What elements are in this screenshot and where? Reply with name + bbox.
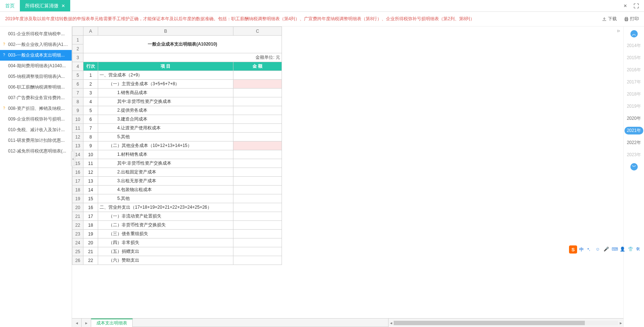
row-header[interactable]: 19 — [72, 194, 83, 203]
year-option-2015[interactable]: 2015年 — [625, 54, 643, 62]
row-header[interactable]: 21 — [72, 212, 83, 221]
close-icon[interactable]: ✕ — [61, 3, 65, 8]
amount-cell[interactable] — [233, 186, 282, 194]
sidebar-item-002[interactable]: ?002-一般企业收入明细表(A10... — [0, 39, 72, 50]
row-header[interactable]: 3 — [72, 53, 83, 62]
item-cell[interactable]: 3.建造合同成本 — [98, 115, 233, 124]
row-header[interactable]: 8 — [72, 97, 83, 106]
line-number-cell[interactable]: 18 — [83, 221, 98, 230]
amount-cell[interactable] — [233, 115, 282, 124]
amount-cell[interactable] — [233, 177, 282, 186]
line-number-cell[interactable]: 3 — [83, 89, 98, 97]
scroll-right-icon[interactable]: ▹ — [615, 27, 622, 34]
amount-cell[interactable] — [233, 221, 282, 230]
sidebar-item-005[interactable]: 005-纳税调整项目明细表(A... — [0, 71, 72, 82]
row-header[interactable]: 9 — [72, 106, 83, 115]
row-header[interactable]: 16 — [72, 168, 83, 177]
item-cell[interactable]: 1.材料销售成本 — [98, 150, 233, 159]
item-cell[interactable]: （六）赞助支出 — [98, 256, 233, 265]
year-option-2022[interactable]: 2022年 — [625, 139, 643, 147]
line-number-cell[interactable]: 20 — [83, 238, 98, 247]
line-number-cell[interactable]: 1 — [83, 71, 98, 80]
amount-cell[interactable] — [233, 159, 282, 168]
item-cell[interactable]: 3.出租无形资产成本 — [98, 177, 233, 186]
row-header[interactable]: 2 — [72, 44, 83, 53]
row-header[interactable]: 10 — [72, 115, 83, 124]
col-header-B[interactable]: B — [98, 27, 233, 36]
line-number-cell[interactable]: 4 — [83, 97, 98, 106]
print-button[interactable]: 打印 — [624, 16, 639, 22]
item-cell[interactable]: 1.销售商品成本 — [98, 89, 233, 97]
line-number-cell[interactable]: 14 — [83, 186, 98, 194]
item-cell[interactable]: 其中:非货币性资产交换成本 — [98, 97, 233, 106]
ime-emoji-icon[interactable]: ☺ — [595, 247, 601, 252]
sidebar-item-006[interactable]: 006-职工薪酬纳税调整明细... — [0, 82, 72, 93]
amount-cell[interactable] — [233, 89, 282, 97]
item-cell[interactable]: （三）债务重组损失 — [98, 230, 233, 238]
row-header[interactable]: 17 — [72, 177, 83, 186]
sidebar-item-003[interactable]: ?003-一般企业成本支出明细... — [0, 50, 72, 61]
year-option-2017[interactable]: 2017年 — [625, 78, 643, 86]
col-header-A[interactable]: A — [83, 27, 98, 36]
line-number-cell[interactable]: 17 — [83, 212, 98, 221]
item-cell[interactable]: 2.出租固定资产成本 — [98, 168, 233, 177]
amount-cell[interactable] — [233, 212, 282, 221]
sidebar-item-004[interactable]: 004-期间费用明细表(A1040... — [0, 61, 72, 71]
item-cell[interactable]: （四）非常损失 — [98, 238, 233, 247]
row-header[interactable]: 25 — [72, 247, 83, 256]
tab-tax-settlement[interactable]: 所得税汇算清缴 ✕ — [20, 0, 70, 11]
item-cell[interactable]: 5.其他 — [98, 133, 233, 141]
ime-keyboard-icon[interactable]: ⌨ — [612, 247, 618, 252]
amount-cell[interactable] — [233, 150, 282, 159]
sidebar-item-008[interactable]: ?008-资产折旧、摊销及纳税... — [0, 103, 72, 114]
sheet-nav-left-icon[interactable]: ◂ — [72, 319, 82, 327]
line-number-cell[interactable]: 12 — [83, 168, 98, 177]
row-header[interactable]: 23 — [72, 230, 83, 238]
amount-cell[interactable] — [233, 230, 282, 238]
row-header[interactable]: 13 — [72, 141, 83, 150]
amount-cell[interactable] — [233, 71, 282, 80]
item-cell[interactable]: 二、营业外支出（17+18+19+20+21+22+23+24+25+26） — [98, 203, 233, 212]
year-option-2021[interactable]: 2021年 — [625, 127, 643, 134]
amount-cell[interactable] — [233, 133, 282, 141]
ime-logo-icon[interactable]: S — [569, 245, 577, 254]
line-number-cell[interactable]: 16 — [83, 203, 98, 212]
amount-cell[interactable] — [233, 238, 282, 247]
sidebar-item-007[interactable]: 007-广告费和业务宣传费跨... — [0, 93, 72, 103]
ime-voice-icon[interactable]: 🎤 — [604, 247, 609, 252]
sidebar-item-012[interactable]: 012-减免所得税优惠明细表(... — [0, 146, 72, 157]
year-option-2018[interactable]: 2018年 — [625, 90, 643, 98]
line-number-cell[interactable]: 15 — [83, 194, 98, 203]
row-header[interactable]: 5 — [72, 71, 83, 80]
year-option-2016[interactable]: 2016年 — [625, 66, 643, 74]
close-window-icon[interactable]: ✕ — [623, 3, 629, 8]
line-number-cell[interactable]: 6 — [83, 115, 98, 124]
row-header[interactable]: 12 — [72, 133, 83, 141]
row-header[interactable]: 4 — [72, 62, 83, 71]
tab-home[interactable]: 首页 — [0, 0, 20, 11]
col-header-C[interactable]: C — [233, 27, 282, 36]
spreadsheet[interactable]: ABC1一般企业成本支出明细表(A102010)23金额单位: 元4行次项 目金… — [72, 26, 282, 265]
row-header[interactable]: 7 — [72, 89, 83, 97]
horizontal-scrollbar[interactable]: ◂ ▸ — [388, 319, 623, 327]
line-number-cell[interactable]: 21 — [83, 247, 98, 256]
row-header[interactable]: 20 — [72, 203, 83, 212]
ime-skin-icon[interactable]: 👕 — [628, 247, 634, 252]
sheet-tab-cost-detail[interactable]: 成本支出明细表 — [91, 319, 133, 327]
line-number-cell[interactable]: 19 — [83, 230, 98, 238]
amount-cell[interactable] — [233, 256, 282, 265]
line-number-cell[interactable]: 8 — [83, 133, 98, 141]
download-button[interactable]: 下载 — [602, 16, 617, 22]
row-header[interactable]: 6 — [72, 80, 83, 89]
item-cell[interactable]: （五）捐赠支出 — [98, 247, 233, 256]
item-cell[interactable]: 4.让渡资产使用权成本 — [98, 124, 233, 133]
year-scroll-up-icon[interactable]: ︽ — [630, 30, 638, 37]
row-header[interactable]: 26 — [72, 256, 83, 265]
row-header[interactable]: 18 — [72, 186, 83, 194]
year-scroll-down-icon[interactable]: ︾ — [630, 163, 638, 170]
item-cell[interactable]: 2.提供劳务成本 — [98, 106, 233, 115]
year-option-2019[interactable]: 2019年 — [625, 103, 643, 110]
amount-cell[interactable] — [233, 141, 282, 150]
year-option-2020[interactable]: 2020年 — [625, 115, 643, 122]
amount-cell[interactable] — [233, 106, 282, 115]
